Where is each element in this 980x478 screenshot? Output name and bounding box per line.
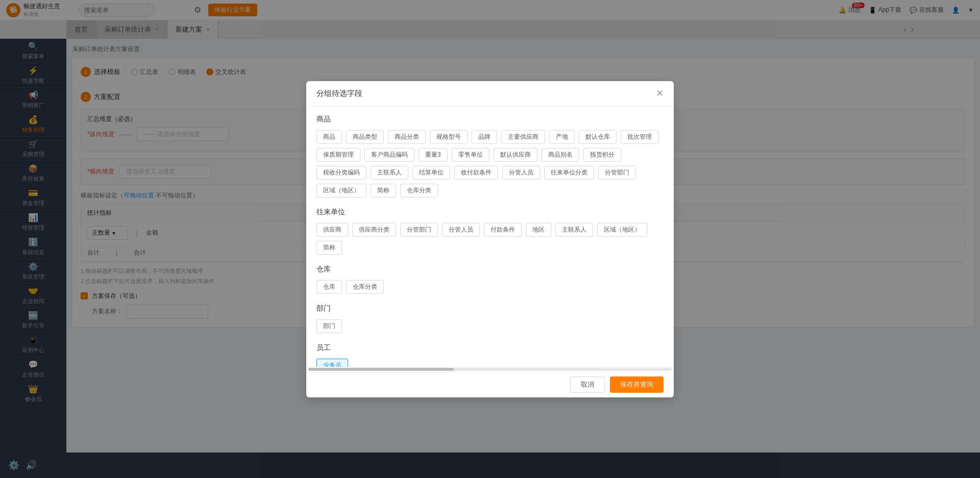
employee-field-tags: 业务员 <box>316 359 664 367</box>
field-tag[interactable]: 部门 <box>316 319 342 333</box>
field-tag[interactable]: 商品类型 <box>346 130 384 144</box>
field-tag[interactable]: 供应商 <box>316 223 348 237</box>
partner-field-tags: 供应商 供应商分类 分管部门 分管人员 付款条件 地区 主联系人 区域（地区） … <box>316 223 664 255</box>
modal-close-button[interactable]: ✕ <box>656 88 664 99</box>
save-query-button[interactable]: 保存并查询 <box>610 376 664 393</box>
field-tag[interactable]: 保质期管理 <box>316 148 360 162</box>
field-tag[interactable]: 重量3 <box>419 148 448 162</box>
field-tag[interactable]: 供应商分类 <box>352 223 396 237</box>
field-tag[interactable]: 主联系人 <box>555 223 593 237</box>
field-tag[interactable]: 默认供应商 <box>494 148 537 162</box>
field-tag[interactable]: 商品 <box>316 130 342 144</box>
modal-header: 分组待选字段 ✕ <box>306 81 674 107</box>
section-title-employee: 员工 <box>316 343 664 353</box>
field-tag-employee[interactable]: 业务员 <box>316 359 348 367</box>
field-tag[interactable]: 商品分类 <box>388 130 426 144</box>
field-tag[interactable]: 仓库分类 <box>346 280 384 294</box>
field-section-dept: 部门 部门 <box>316 304 664 333</box>
field-tag[interactable]: 品牌 <box>472 130 497 144</box>
warehouse-field-tags: 仓库 仓库分类 <box>316 280 664 294</box>
section-title-goods: 商品 <box>316 115 664 124</box>
field-section-goods: 商品 商品 商品类型 商品分类 规格型号 品牌 主要供应商 产地 默认仓库 批次… <box>316 115 664 197</box>
goods-field-tags: 商品 商品类型 商品分类 规格型号 品牌 主要供应商 产地 默认仓库 批次管理 … <box>316 130 664 197</box>
field-tag[interactable]: 仓库分类 <box>400 184 438 197</box>
field-tag[interactable]: 规格型号 <box>430 130 468 144</box>
dept-field-tags: 部门 <box>316 319 664 333</box>
field-tag[interactable]: 往来单位分类 <box>544 166 594 180</box>
field-tag[interactable]: 主联系人 <box>371 166 408 180</box>
field-tag[interactable]: 付款条件 <box>484 223 522 237</box>
cancel-button[interactable]: 取消 <box>570 376 605 393</box>
field-tag[interactable]: 分管部门 <box>400 223 438 237</box>
field-tag[interactable]: 批次管理 <box>621 130 658 144</box>
field-tag[interactable]: 默认仓库 <box>579 130 617 144</box>
section-title-warehouse: 仓库 <box>316 265 664 274</box>
field-section-partner: 往来单位 供应商 供应商分类 分管部门 分管人员 付款条件 地区 主联系人 区域… <box>316 208 664 255</box>
field-tag[interactable]: 结算单位 <box>412 166 450 180</box>
modal-title: 分组待选字段 <box>316 89 362 98</box>
field-tag[interactable]: 零售单位 <box>452 148 489 162</box>
field-selection-modal: 分组待选字段 ✕ 商品 商品 商品类型 商品分类 规格型号 品牌 主要供应商 产… <box>306 81 674 397</box>
field-tag[interactable]: 产地 <box>549 130 575 144</box>
field-tag[interactable]: 仓库 <box>316 280 342 294</box>
modal-overlay: 分组待选字段 ✕ 商品 商品 商品类型 商品分类 规格型号 品牌 主要供应商 产… <box>0 0 980 478</box>
field-tag[interactable]: 主要供应商 <box>501 130 545 144</box>
field-tag[interactable]: 地区 <box>526 223 551 237</box>
field-tag[interactable]: 分管人员 <box>442 223 480 237</box>
section-title-partner: 往来单位 <box>316 208 664 217</box>
modal-footer: 取消 保存并查询 <box>306 372 674 397</box>
section-title-dept: 部门 <box>316 304 664 313</box>
modal-hscrollbar[interactable] <box>306 367 674 372</box>
field-tag[interactable]: 分管部门 <box>598 166 636 180</box>
field-tag[interactable]: 分管人员 <box>502 166 540 180</box>
modal-body[interactable]: 商品 商品 商品类型 商品分类 规格型号 品牌 主要供应商 产地 默认仓库 批次… <box>306 107 674 367</box>
field-tag[interactable]: 区域（地区） <box>597 223 647 237</box>
field-tag[interactable]: 客户商品编码 <box>364 148 414 162</box>
field-tag[interactable]: 税收分类编码 <box>316 166 366 180</box>
field-tag[interactable]: 简称 <box>371 184 396 197</box>
field-tag[interactable]: 区域（地区） <box>316 184 366 197</box>
field-tag[interactable]: 商品别名 <box>542 148 579 162</box>
field-section-employee: 员工 业务员 <box>316 343 664 367</box>
field-section-warehouse: 仓库 仓库 仓库分类 <box>316 265 664 294</box>
field-tag[interactable]: 拣货积分 <box>583 148 621 162</box>
field-tag[interactable]: 简称 <box>316 241 342 255</box>
field-tag[interactable]: 收付款条件 <box>454 166 498 180</box>
